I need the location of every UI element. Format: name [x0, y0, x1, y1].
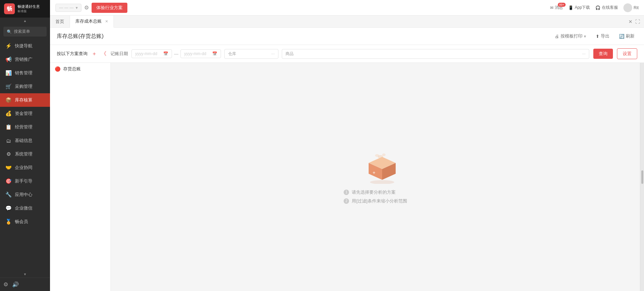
refresh-icon: 🔄 [619, 34, 624, 39]
printer-icon: 🖨 [555, 34, 559, 39]
sidebar-item-sales[interactable]: 📊 销售管理 [0, 66, 50, 80]
sidebar-item-newbie[interactable]: 🎯 新手引导 [0, 174, 50, 188]
window-actions: ✕ ⛶ [628, 19, 644, 24]
sidebar-scroll-down[interactable]: ▼ [0, 271, 50, 277]
user-name: Rit [634, 5, 639, 10]
sidebar-item-purchase[interactable]: 🛒 采购管理 [0, 80, 50, 93]
app-badge: 标准版 [18, 9, 40, 14]
right-scroll-handle[interactable] [640, 63, 644, 291]
svg-point-8 [370, 180, 394, 184]
sidebar-item-operation[interactable]: 📋 经营管理 [0, 120, 50, 134]
scheme-item-inventory[interactable]: 🔴 存货总账 [50, 63, 110, 75]
sidebar-item-system[interactable]: ⚙ 系统管理 [0, 147, 50, 161]
settings-button[interactable]: 设置 [617, 48, 637, 59]
sidebar-item-label: 企业协同 [15, 165, 32, 171]
tab-home[interactable]: 首页 [50, 16, 70, 28]
tab-inventory-cost-label: 库存成本总账 [75, 18, 102, 24]
filter-collapse-button[interactable]: 《 [101, 50, 106, 57]
scheme-item-label: 存货总账 [63, 66, 81, 72]
date-label: 记账日期 [110, 51, 128, 57]
filter-bar: 按以下方案查询 ＋ 《 记账日期 yyyy-mm-dd 📅 — yyyy-mm-… [50, 45, 644, 63]
filter-add-button[interactable]: ＋ [92, 50, 97, 57]
sidebar-item-apps[interactable]: 🔧 应用中心 [0, 188, 50, 201]
search-icon: 🔍 [7, 29, 12, 34]
print-template-label: 按模板打印 [561, 33, 583, 39]
warehouse-select[interactable]: 仓库 ··· [224, 49, 278, 59]
sidebar-item-cooperation[interactable]: 🤝 企业协同 [0, 161, 50, 174]
basic-icon: 🗂 [5, 138, 11, 144]
calendar-end-icon[interactable]: 📅 [212, 51, 217, 56]
operation-icon: 📋 [5, 124, 11, 130]
scroll-handle-bar [641, 170, 643, 184]
sidebar-search[interactable]: 🔍 搜索菜单 [3, 27, 47, 37]
export-icon: ⬆ [596, 34, 599, 39]
sidebar-item-label: 经营管理 [15, 124, 32, 130]
svg-point-1 [382, 153, 386, 156]
sidebar-scroll-up[interactable]: ▲ [0, 18, 50, 24]
date-start-input[interactable]: yyyy-mm-dd 📅 [131, 49, 172, 58]
sidebar: 畅 畅捷通好生意 标准版 ▲ 🔍 搜索菜单 ⚡ 快捷导航 📢 营销推广 📊 销售… [0, 0, 50, 291]
sidebar-item-finance[interactable]: 💰 资金管理 [0, 107, 50, 120]
topbar: — — — ▾ ⚙ 体验行业方案 ✉ 消息 99+ 📱 App下载 🎧 在线客服 [50, 0, 644, 16]
empty-state: ✦ 1 请先选择要分析的方案 2 用[过滤]条件来缩小分析范围 [344, 150, 407, 204]
search-button[interactable]: 查询 [593, 49, 613, 59]
export-btn[interactable]: ⬆ 导出 [593, 32, 612, 41]
date-start-placeholder: yyyy-mm-dd [135, 51, 157, 56]
sidebar-item-marketing[interactable]: 📢 营销推广 [0, 53, 50, 66]
online-service-btn[interactable]: 🎧 在线客服 [595, 5, 618, 10]
sidebar-item-member[interactable]: 🏅 畅会员 [0, 215, 50, 228]
chevron-down-icon: ▾ [76, 5, 78, 10]
calendar-start-icon[interactable]: 📅 [163, 51, 168, 56]
sidebar-logo: 畅 畅捷通好生意 标准版 [0, 0, 50, 18]
sidebar-item-label: 新手引导 [15, 178, 32, 184]
tab-close-icon[interactable]: ✕ [105, 19, 108, 24]
sidebar-item-inventory[interactable]: 📦 库存核算 [0, 93, 50, 107]
window-expand-icon[interactable]: ⛶ [635, 19, 640, 24]
shortcut-icon: ⚡ [5, 43, 11, 49]
sidebar-item-label: 销售管理 [15, 70, 32, 76]
messages-btn[interactable]: ✉ 消息 99+ [550, 5, 563, 10]
gear-button[interactable]: ⚙ [84, 4, 89, 11]
print-dropdown-icon: ▾ [584, 34, 586, 39]
newbie-icon: 🎯 [5, 178, 11, 184]
topbar-left: — — — ▾ ⚙ 体验行业方案 [55, 3, 547, 13]
inventory-icon: 📦 [5, 97, 11, 103]
refresh-btn[interactable]: 🔄 刷新 [616, 32, 637, 41]
date-end-input[interactable]: yyyy-mm-dd 📅 [180, 49, 221, 58]
app-logo-icon: 畅 [4, 3, 15, 14]
headset-icon: 🎧 [595, 5, 600, 10]
member-icon: 🏅 [5, 219, 11, 225]
settings-bottom-icon[interactable]: ⚙ [3, 281, 8, 288]
sidebar-item-basic[interactable]: 🗂 基础信息 [0, 134, 50, 147]
warehouse-more-icon: ··· [271, 51, 275, 56]
scheme-panel: 🔴 存货总账 [50, 63, 111, 291]
sidebar-item-wechat[interactable]: 💬 企业微信 [0, 201, 50, 215]
empty-tips: 1 请先选择要分析的方案 2 用[过滤]条件来缩小分析范围 [344, 189, 407, 204]
industry-btn[interactable]: 体验行业方案 [92, 3, 127, 13]
app-download-label: App下载 [575, 5, 590, 10]
breadcrumb[interactable]: — — — ▾ [55, 4, 81, 12]
audio-icon[interactable]: 🔊 [12, 281, 19, 288]
sidebar-item-shortcut[interactable]: ⚡ 快捷导航 [0, 39, 50, 53]
sidebar-bottom: ⚙ 🔊 [0, 277, 50, 291]
tip-item-1: 1 请先选择要分析的方案 [344, 189, 407, 195]
main-area: — — — ▾ ⚙ 体验行业方案 ✉ 消息 99+ 📱 App下载 🎧 在线客服 [50, 0, 644, 291]
finance-icon: 💰 [5, 111, 11, 117]
user-info[interactable]: Rit [623, 3, 639, 12]
sidebar-item-label: 库存核算 [15, 97, 32, 103]
product-select[interactable]: 商品 ··· [282, 49, 589, 59]
warehouse-placeholder: 仓库 [228, 51, 236, 57]
svg-text:✦: ✦ [372, 170, 376, 175]
user-avatar [623, 3, 632, 12]
tip-num-2: 2 [344, 198, 349, 204]
window-close-icon[interactable]: ✕ [628, 19, 633, 24]
app-download-btn[interactable]: 📱 App下载 [568, 5, 590, 10]
main-content: ✦ 1 请先选择要分析的方案 2 用[过滤]条件来缩小分析范围 [111, 63, 640, 291]
sales-icon: 📊 [5, 70, 11, 76]
tab-inventory-cost[interactable]: 库存成本总账 ✕ [70, 16, 114, 28]
tabbar: 首页 库存成本总账 ✕ ✕ ⛶ [50, 16, 644, 28]
breadcrumb-text: — — — [59, 5, 74, 10]
apps-icon: 🔧 [5, 192, 11, 198]
topbar-right: ✉ 消息 99+ 📱 App下载 🎧 在线客服 Rit [550, 3, 639, 12]
print-template-btn[interactable]: 🖨 按模板打印 ▾ [552, 32, 589, 41]
